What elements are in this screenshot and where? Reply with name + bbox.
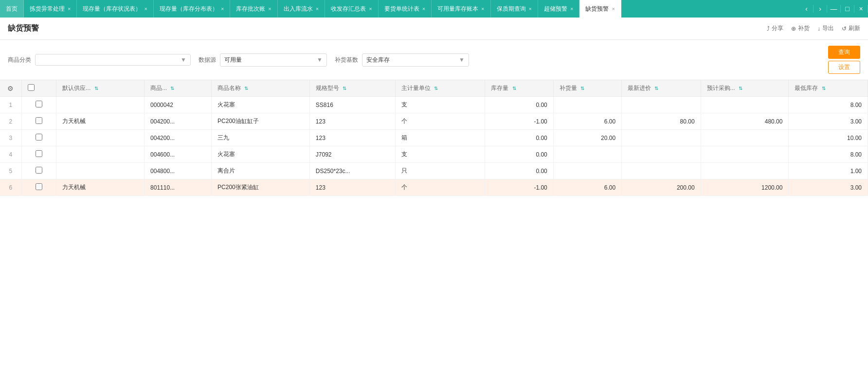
row-code-2: 004200... [145,113,212,130]
row-stock-6: -1.00 [485,179,553,196]
row-select-checkbox-3[interactable] [36,134,42,141]
row-latest-price-1 [622,97,701,113]
tab-overstock-warn-close[interactable]: × [570,6,573,12]
tab-refine-exception-close[interactable]: × [68,6,71,12]
tab-inventory-status-label: 现存量（库存状况表） [83,5,141,13]
replenish-icon: ⊕ [791,25,796,32]
tab-recv-summary[interactable]: 收发存汇总表 × [325,0,378,18]
datasource-select[interactable]: 可用量 ▼ [220,53,327,67]
row-replenish-qty-3: 20.00 [553,130,621,146]
col-stock[interactable]: 库存量 ⇅ [485,80,553,97]
tab-inventory-dist-close[interactable]: × [221,6,224,12]
row-num-2: 2 [0,113,21,130]
tab-overstock-warn-label: 超储预警 [544,5,567,13]
row-select-checkbox-5[interactable] [36,167,42,174]
col-product-code[interactable]: 商品... ⇅ [145,80,212,97]
row-name-1: 火花塞 [212,97,310,113]
tab-batch-account-close[interactable]: × [268,6,271,12]
row-checkbox-4[interactable] [21,146,56,163]
filter-group-replenish-base: 补货基数 安全库存 ▼ [335,53,469,67]
row-select-checkbox-4[interactable] [36,150,42,157]
category-select[interactable]: ▼ [35,54,191,66]
row-num-1: 1 [0,97,21,113]
row-checkbox-5[interactable] [21,163,56,179]
row-checkbox-6[interactable] [21,179,56,196]
table-body: 1 0000042 火花塞 SS816 支 0.00 8.00 2 力天机械 0… [0,97,868,196]
category-dropdown-icon: ▼ [181,56,186,63]
col-est-purchase[interactable]: 预计采购... ⇅ [701,80,789,97]
tab-shortage-warn-close[interactable]: × [612,6,615,12]
tab-expiry-query[interactable]: 保质期查询 × [491,0,538,18]
row-latest-price-5 [622,163,701,179]
tab-inventory-dist-label: 现存量（库存分布表） [160,5,218,13]
row-checkbox-2[interactable] [21,113,56,130]
row-checkbox-1[interactable] [21,97,56,113]
col-replenish-qty[interactable]: 补货量 ⇅ [553,80,621,97]
share-icon: ⤴ [767,25,770,32]
tab-shortage-warn[interactable]: 缺货预警 × [579,0,621,18]
row-spec-2: 123 [309,113,395,130]
refresh-button[interactable]: ↺ 刷新 [842,24,860,33]
row-name-5: 离合片 [212,163,310,179]
window-maximize-btn[interactable]: □ [841,5,854,13]
window-close-btn[interactable]: × [854,5,868,13]
row-name-4: 火花塞 [212,146,310,163]
col-est-purchase-label: 预计采购... [707,85,735,91]
tab-scroll-left[interactable]: ‹ [800,5,814,13]
col-unit[interactable]: 主计量单位 ⇅ [395,80,485,97]
replenish-button[interactable]: ⊕ 补货 [791,24,810,33]
sort-name-icon: ⇅ [244,86,248,91]
row-stock-2: -1.00 [485,113,553,130]
tab-expiry-query-close[interactable]: × [529,6,532,12]
settings-button[interactable]: 设置 [828,61,860,74]
tab-inout-flow-label: 出入库流水 [284,5,313,13]
replenish-base-dropdown-icon: ▼ [459,56,465,63]
row-latest-price-6: 200.00 [622,179,701,196]
row-select-checkbox-1[interactable] [36,101,42,107]
replenish-base-select-value: 安全库存 [366,56,390,64]
share-button[interactable]: ⤴ 分享 [767,24,783,33]
replenish-base-select[interactable]: 安全库存 ▼ [362,53,469,67]
settings-gear-icon[interactable]: ⚙ [7,85,14,92]
row-checkbox-3[interactable] [21,130,56,146]
row-min-stock-2: 3.00 [789,113,868,130]
tab-batch-account[interactable]: 库存批次账 × [230,0,277,18]
window-minimize-btn[interactable]: — [827,5,841,13]
row-num-4: 4 [0,146,21,163]
row-supplier-1 [56,97,145,113]
tab-inout-flow[interactable]: 出入库流水 × [278,0,325,18]
tab-available-book-close[interactable]: × [481,6,484,12]
tab-refine-exception[interactable]: 拣货异常处理 × [24,0,77,18]
row-select-checkbox-6[interactable] [36,183,42,190]
tab-inventory-dist[interactable]: 现存量（库存分布表） × [154,0,230,18]
tab-order-stat-close[interactable]: × [422,6,425,12]
col-spec[interactable]: 规格型号 ⇅ [309,80,395,97]
tab-inout-flow-close[interactable]: × [316,6,319,12]
row-replenish-qty-4 [553,146,621,163]
col-product-name[interactable]: 商品名称 ⇅ [212,80,310,97]
chevron-right-icon: › [819,5,821,13]
tab-inventory-status-close[interactable]: × [144,6,147,12]
row-stock-3: 0.00 [485,130,553,146]
col-product-name-label: 商品名称 [217,85,241,91]
col-default-supplier[interactable]: 默认供应... ⇅ [56,80,145,97]
tab-scroll-right[interactable]: › [814,5,827,13]
export-button[interactable]: ↓ 导出 [817,24,834,33]
tab-inventory-status[interactable]: 现存量（库存状况表） × [77,0,153,18]
replenish-base-label: 补货基数 [335,56,358,64]
row-num-6: 6 [0,179,21,196]
tab-expiry-query-label: 保质期查询 [497,5,526,13]
select-all-checkbox[interactable] [28,84,35,91]
col-min-stock[interactable]: 最低库存 ⇅ [789,80,868,97]
tab-available-book[interactable]: 可用量库存账本 × [432,0,490,18]
tab-recv-summary-close[interactable]: × [369,6,372,12]
tab-home[interactable]: 首页 [0,0,24,18]
col-settings[interactable]: ⚙ [0,80,21,97]
row-replenish-qty-5 [553,163,621,179]
tab-shortage-warn-label: 缺货预警 [585,5,609,13]
col-latest-price[interactable]: 最新进价 ⇅ [622,80,701,97]
tab-overstock-warn[interactable]: 超储预警 × [538,0,579,18]
query-button[interactable]: 查询 [828,46,860,59]
tab-order-stat[interactable]: 要货单统计表 × [379,0,432,18]
row-select-checkbox-2[interactable] [36,117,42,124]
